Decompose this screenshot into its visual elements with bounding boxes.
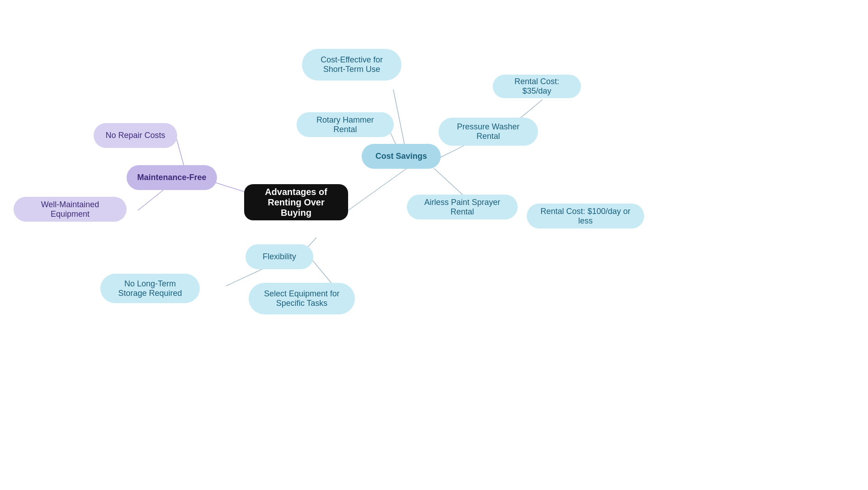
no-repair-node: No Repair Costs xyxy=(94,123,177,148)
airless-paint-node: Airless Paint Sprayer Rental xyxy=(407,195,518,219)
select-equipment-node: Select Equipment for Specific Tasks xyxy=(249,283,355,314)
svg-line-0 xyxy=(348,168,407,210)
maintenance-free-node: Maintenance-Free xyxy=(127,165,217,190)
center-node: Advantages of Renting Over Buying xyxy=(244,184,348,220)
svg-line-10 xyxy=(307,238,316,247)
no-storage-node: No Long-Term Storage Required xyxy=(100,274,200,303)
well-maintained-node: Well-Maintained Equipment xyxy=(14,197,127,222)
flexibility-node: Flexibility xyxy=(245,244,313,269)
rotary-hammer-node: Rotary Hammer Rental xyxy=(297,112,394,137)
cost-effective-node: Cost-Effective for Short-Term Use xyxy=(302,49,401,81)
pressure-washer-node: Pressure Washer Rental xyxy=(439,118,538,146)
cost-savings-node: Cost Savings xyxy=(362,144,441,169)
rental-cost-35-node: Rental Cost: $35/day xyxy=(493,75,581,98)
rental-cost-100-node: Rental Cost: $100/day or less xyxy=(527,204,644,228)
